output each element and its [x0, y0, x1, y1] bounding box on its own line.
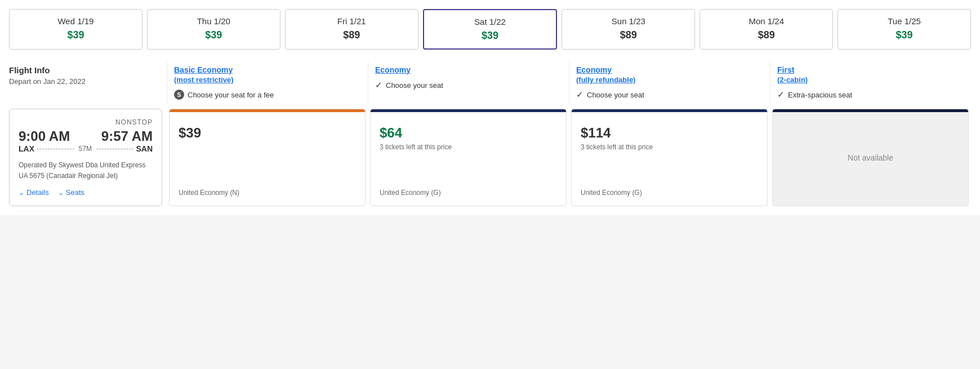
seats-label: Seats [66, 188, 84, 197]
flight-info-header: Flight Info Depart on Jan 22, 2022 [9, 61, 167, 104]
fare-code: United Economy (N) [179, 180, 356, 197]
date-card-sat-122[interactable]: Sat 1/22 $39 [423, 9, 558, 50]
cabin-subtitle-link-basic-economy[interactable]: (most restrictive) [174, 75, 361, 84]
cabin-feature-economy-refundable: ✓ Choose your seat [576, 90, 763, 100]
cabin-price-cell-first-price[interactable]: Not available [772, 109, 969, 206]
date-label: Fri 1/21 [295, 16, 409, 26]
not-available-text: Not available [848, 153, 893, 162]
date-label: Wed 1/19 [19, 16, 133, 26]
top-bar [572, 109, 767, 112]
cabin-feature-text-first: Extra-spacious seat [788, 91, 852, 99]
date-price: $39 [896, 29, 913, 41]
depart-time: 9:00 AM [19, 128, 70, 144]
date-label: Sat 1/22 [433, 17, 547, 26]
cabin-name-link-first[interactable]: First [777, 65, 964, 74]
cabin-header-economy: Economy ✓ Choose your seat [368, 61, 569, 104]
flight-number: UA 5675 (Canadair Regional Jet) [19, 171, 153, 181]
stop-type: NONSTOP [19, 118, 153, 126]
cabin-header-first: First (2-cabin) ✓ Extra-spacious seat [770, 61, 971, 104]
date-card-mon-124[interactable]: Mon 1/24 $89 [700, 9, 833, 50]
date-label: Thu 1/20 [157, 16, 271, 26]
tickets-left: 3 tickets left at this price [380, 143, 557, 151]
cabin-price: $114 [581, 125, 758, 141]
times-row: 9:00 AM 9:57 AM [19, 128, 153, 144]
date-label: Tue 1/25 [847, 16, 961, 26]
cabin-price-cell-basic-economy-price[interactable]: $39 United Economy (N) [169, 109, 366, 206]
check-icon: ✓ [375, 80, 382, 90]
chevron-down-icon-2: ⌄ [58, 189, 64, 197]
route-line [37, 149, 74, 149]
details-link[interactable]: ⌄ Details [19, 188, 49, 197]
page-container: Wed 1/19 $39 Thu 1/20 $39 Fri 1/21 $89 S… [0, 0, 980, 215]
cabin-feature-first: ✓ Extra-spacious seat [777, 90, 964, 100]
seats-link[interactable]: ⌄ Seats [58, 188, 84, 197]
flight-card: NONSTOP 9:00 AM 9:57 AM LAX 57M SAN Oper… [9, 109, 162, 206]
origin-code: LAX [19, 144, 34, 153]
chevron-down-icon: ⌄ [19, 189, 24, 197]
date-price: $89 [343, 29, 360, 41]
date-price: $89 [620, 29, 637, 41]
fare-code: United Economy (G) [581, 180, 758, 197]
date-label: Sun 1/23 [571, 16, 685, 26]
cabin-feature-economy: ✓ Choose your seat [375, 80, 562, 90]
cabin-price-cell-economy-refundable-price[interactable]: $114 3 tickets left at this price United… [571, 109, 768, 206]
date-label: Mon 1/24 [709, 16, 823, 26]
details-label: Details [26, 188, 49, 197]
check-icon: ✓ [576, 90, 583, 100]
date-card-tue-125[interactable]: Tue 1/25 $39 [838, 9, 971, 50]
flight-info-date: Depart on Jan 22, 2022 [9, 77, 167, 86]
date-price: $39 [482, 30, 498, 41]
cabin-header-basic-economy: Basic Economy (most restrictive) S Choos… [167, 61, 368, 104]
date-price: $89 [758, 29, 775, 41]
cabin-subtitle-link-economy-refundable[interactable]: (fully refundable) [576, 75, 763, 84]
operated-by: Operated By Skywest Dba United Express [19, 160, 153, 171]
cabin-price-cell-economy-price[interactable]: $64 3 tickets left at this price United … [370, 109, 567, 206]
cabin-price: $64 [380, 125, 557, 141]
airports-line: LAX 57M SAN [19, 144, 153, 153]
pricing-grid: NONSTOP 9:00 AM 9:57 AM LAX 57M SAN Oper… [9, 109, 971, 206]
flight-info-title: Flight Info [9, 65, 167, 75]
date-card-sun-123[interactable]: Sun 1/23 $89 [562, 9, 695, 50]
tickets-left: 3 tickets left at this price [581, 143, 758, 151]
cabin-name-link-economy-refundable[interactable]: Economy [576, 65, 763, 74]
links-row: ⌄ Details ⌄ Seats [19, 188, 153, 197]
dest-code: SAN [136, 144, 153, 153]
airline-info: Operated By Skywest Dba United Express U… [19, 160, 153, 181]
top-bar [170, 109, 365, 112]
cabin-headers-grid: Flight Info Depart on Jan 22, 2022 Basic… [9, 61, 971, 104]
fare-code: United Economy (G) [380, 180, 557, 197]
date-price: $39 [205, 29, 222, 41]
date-card-wed-119[interactable]: Wed 1/19 $39 [9, 9, 142, 50]
arrive-time: 9:57 AM [101, 128, 153, 144]
check-icon: ✓ [777, 90, 785, 100]
date-price: $39 [67, 29, 84, 41]
cabin-name-link-economy[interactable]: Economy [375, 65, 562, 74]
cabin-subtitle-link-first[interactable]: (2-cabin) [777, 75, 964, 84]
cabin-header-economy-refundable: Economy (fully refundable) ✓ Choose your… [569, 61, 770, 104]
cabin-feature-text-basic-economy: Choose your seat for a fee [188, 91, 274, 99]
date-selector-row: Wed 1/19 $39 Thu 1/20 $39 Fri 1/21 $89 S… [9, 9, 971, 50]
date-card-thu-120[interactable]: Thu 1/20 $39 [147, 9, 280, 50]
cabin-feature-basic-economy: S Choose your seat for a fee [174, 90, 361, 100]
date-card-fri-121[interactable]: Fri 1/21 $89 [285, 9, 418, 50]
cabin-feature-text-economy: Choose your seat [386, 81, 443, 90]
top-bar [773, 109, 968, 112]
s-icon: S [174, 90, 184, 100]
top-bar [371, 109, 566, 112]
cabin-price: $39 [179, 125, 356, 141]
duration: 57M [79, 145, 92, 153]
route-line-2 [96, 149, 134, 149]
cabin-feature-text-economy-refundable: Choose your seat [587, 91, 644, 99]
cabin-name-link-basic-economy[interactable]: Basic Economy [174, 65, 361, 74]
